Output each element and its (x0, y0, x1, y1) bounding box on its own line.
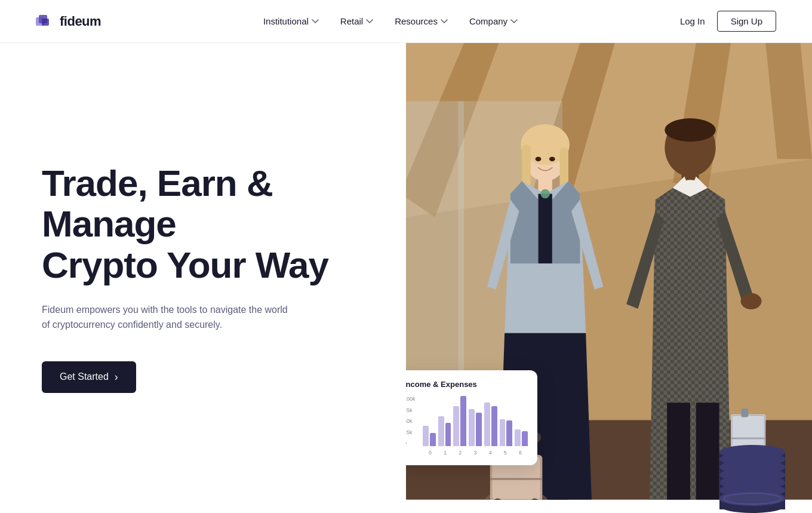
chevron-down-icon (366, 19, 373, 24)
arrow-icon: › (115, 371, 118, 383)
chart-card: Income & Expenses 100k 75k 50k 25k 0 0 1… (406, 370, 537, 465)
bar-dark (476, 413, 482, 446)
bar-group (500, 419, 513, 446)
get-started-button[interactable]: Get Started › (42, 361, 136, 393)
chart-area: 100k 75k 50k 25k 0 0 1 2 3 4 5 6 (406, 396, 528, 456)
bar-light (515, 429, 521, 446)
coins-stack (693, 435, 812, 513)
svg-point-25 (665, 118, 715, 142)
hero-section: Trade, Earn & Manage Crypto Your Way Fid… (0, 43, 812, 513)
svg-rect-43 (490, 478, 542, 480)
bar-light (423, 426, 429, 446)
bar-group (423, 426, 436, 446)
bar-light (438, 416, 444, 446)
svg-point-30 (741, 293, 762, 309)
bar-dark (522, 431, 528, 446)
bar-light (453, 406, 459, 446)
bar-dark (460, 396, 466, 446)
chart-x-labels: 0 1 2 3 4 5 6 (423, 450, 528, 456)
login-button[interactable]: Log In (680, 16, 705, 26)
chevron-down-icon (441, 19, 448, 24)
bar-light (469, 409, 475, 446)
svg-rect-21 (548, 420, 568, 499)
svg-rect-11 (406, 101, 464, 391)
logo-icon (36, 15, 55, 28)
nav-item-resources[interactable]: Resources (395, 16, 448, 26)
bar-dark (445, 423, 451, 446)
nav-links: Institutional Retail Resources Company (263, 16, 518, 26)
svg-rect-31 (667, 403, 690, 499)
nav-actions: Log In Sign Up (680, 11, 776, 32)
svg-point-19 (540, 189, 550, 199)
bar-dark (430, 433, 436, 446)
hero-left: Trade, Earn & Manage Crypto Your Way Fid… (0, 127, 406, 429)
chart-bars-area (423, 396, 528, 446)
bar-dark (506, 420, 512, 446)
bar-group (453, 396, 466, 446)
main-nav: fideum Institutional Retail Resources Co… (0, 0, 812, 43)
chart-y-labels: 100k 75k 50k 25k 0 (406, 396, 420, 446)
svg-rect-35 (741, 408, 748, 417)
bar-group (515, 429, 528, 446)
chevron-down-icon (312, 19, 319, 24)
svg-point-23 (549, 156, 555, 161)
chart-card-title: Income & Expenses (406, 380, 528, 389)
svg-point-22 (536, 156, 542, 161)
bar-group (438, 416, 451, 446)
signup-button[interactable]: Sign Up (717, 11, 776, 32)
logo-link[interactable]: fideum (36, 14, 101, 29)
nav-item-institutional[interactable]: Institutional (263, 16, 319, 26)
bar-group (469, 409, 482, 446)
chevron-down-icon (510, 19, 518, 24)
nav-item-company[interactable]: Company (469, 16, 518, 26)
nav-item-retail[interactable]: Retail (340, 16, 373, 26)
hero-right: ✳ Income & Expenses 100k 75k 50k 25k 0 0… (406, 43, 812, 513)
bar-light (500, 419, 506, 446)
bar-group (484, 403, 497, 446)
bar-light (484, 403, 490, 446)
bar-dark (491, 406, 497, 446)
svg-rect-18 (538, 194, 552, 264)
hero-title: Trade, Earn & Manage Crypto Your Way (42, 163, 370, 285)
hero-subtitle: Fideum empowers you with the tools to na… (42, 302, 293, 333)
svg-rect-2 (42, 19, 49, 26)
logo-text: fideum (60, 14, 101, 29)
